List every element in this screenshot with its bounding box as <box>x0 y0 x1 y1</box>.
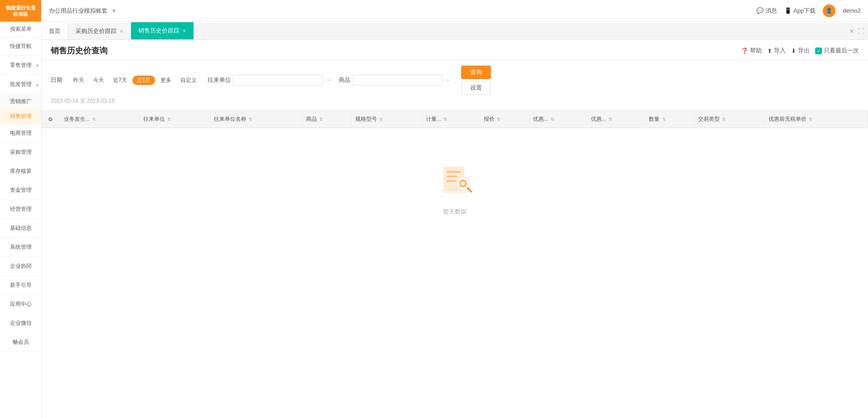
workspace-title: 办公用品行业模拟账套 <box>49 7 108 15</box>
tab-home[interactable]: 首页 <box>42 23 68 39</box>
app-download-btn[interactable]: 📱 App下载 <box>784 7 816 15</box>
sidebar-item-app-center[interactable]: 应用中心 <box>0 295 41 314</box>
tab-sales-history-close[interactable]: ✕ <box>182 28 186 34</box>
sidebar-ecommerce-label: 电商管理 <box>10 130 32 136</box>
sidebar-item-wholesale[interactable]: 批发管理 <box>0 75 41 94</box>
col-pretax-price-sort-icon: ⇅ <box>809 117 812 122</box>
col-quantity-sort-icon: ⇅ <box>662 117 666 122</box>
col-goods-label: 商品 <box>306 116 317 122</box>
date-btn-more[interactable]: 更多 <box>157 76 175 85</box>
sidebar-item-system[interactable]: 系统管理 <box>0 238 41 257</box>
date-btn-1month[interactable]: 近1月 <box>132 76 156 85</box>
sidebar-app-center-label: 应用中心 <box>10 301 32 307</box>
help-btn[interactable]: ❓ 帮助 <box>741 47 762 55</box>
table-col-goods[interactable]: 商品 ⇅ <box>302 111 351 128</box>
search-menu[interactable]: 搜索菜单 <box>0 22 41 37</box>
message-btn[interactable]: 💬 消息 <box>756 7 777 15</box>
help-label: 帮助 <box>750 47 762 55</box>
sidebar-item-basic[interactable]: 基础信息 <box>0 219 41 238</box>
sidebar-item-operations[interactable]: 经营管理 <box>0 200 41 219</box>
export-btn[interactable]: ⬇ 导出 <box>791 47 810 55</box>
tab-sales-history-label: 销售历史价跟踪 <box>138 27 179 35</box>
sidebar-wechat-label: 企业微信 <box>10 320 32 326</box>
col-unit-sort-icon: ⇅ <box>443 117 447 122</box>
partner-picker-btn[interactable]: ··· <box>325 76 331 84</box>
sidebar-finance-label: 资金管理 <box>10 187 32 193</box>
sidebar-item-wechat[interactable]: 企业微信 <box>0 314 41 333</box>
empty-icon <box>432 155 477 200</box>
only-last-checkbox[interactable]: ✓ <box>815 48 822 54</box>
tab-maximize-btn[interactable]: ⛶ <box>858 28 864 35</box>
table-col-spec[interactable]: 规格型号 ⇅ <box>351 111 422 128</box>
goods-input[interactable] <box>352 75 443 86</box>
sidebar-enterprise-label: 企业协同 <box>10 263 32 269</box>
help-icon: ❓ <box>741 48 748 54</box>
date-btn-yesterday[interactable]: 昨天 <box>70 76 88 85</box>
col-discount-amount-label: 优惠... <box>591 116 606 122</box>
svg-rect-3 <box>447 176 457 177</box>
sidebar-item-purchase[interactable]: 采购管理 <box>0 143 41 162</box>
filter-area: 日期 昨天 今天 近7天 近1月 更多 自定义 往来单位 ··· <box>42 60 868 111</box>
table-col-partner-code[interactable]: 往来单位 ⇅ <box>139 111 210 128</box>
partner-input[interactable] <box>233 75 323 86</box>
table-col-biz-date[interactable]: 业务发生... ⇅ <box>60 111 139 128</box>
topbar-left: 办公用品行业模拟账套 ▼ <box>49 7 117 15</box>
table-header-row: ⚙ 业务发生... ⇅ 往来单位 ⇅ 往来单位名称 ⇅ <box>42 111 868 128</box>
table-col-discount-rate[interactable]: 优惠... ⇅ <box>529 111 587 128</box>
sidebar-item-marketing[interactable]: 营销推广 <box>0 94 41 109</box>
date-btn-7days[interactable]: 近7天 <box>109 76 131 85</box>
workspace-dropdown-icon[interactable]: ▼ <box>111 8 117 14</box>
tab-close-all-btn[interactable]: ✕ <box>849 28 854 35</box>
sidebar-retail-label: 零售管理 <box>10 62 32 68</box>
sidebar-marketing-label: 营销推广 <box>10 98 32 104</box>
sidebar-item-member[interactable]: 畅会员 <box>0 333 41 352</box>
query-btn[interactable]: 查询 <box>461 66 491 79</box>
import-btn[interactable]: ⬆ 导入 <box>767 47 786 55</box>
sidebar: 畅捷通好生意 标准版 搜索菜单 快捷导航 零售管理 批发管理 营销推广 销售管理… <box>0 0 42 418</box>
table-settings-col[interactable]: ⚙ <box>42 111 60 128</box>
table-col-discount-amount[interactable]: 优惠... ⇅ <box>587 111 645 128</box>
tab-purchase-history[interactable]: 采购历史价跟踪 ✕ <box>68 23 131 39</box>
sidebar-item-ecommerce[interactable]: 电商管理 <box>0 124 41 143</box>
sidebar-item-inventory[interactable]: 库存核算 <box>0 162 41 181</box>
export-label: 导出 <box>798 47 810 55</box>
table-col-pretax-price[interactable]: 优惠前无税单价 ⇅ <box>764 111 868 128</box>
search-menu-label[interactable]: 搜索菜单 <box>3 25 38 33</box>
col-partner-code-sort-icon: ⇅ <box>167 117 171 122</box>
col-pretax-price-label: 优惠前无税单价 <box>769 116 807 122</box>
sidebar-operations-label: 经营管理 <box>10 206 32 212</box>
sidebar-item-retail[interactable]: 零售管理 <box>0 56 41 75</box>
username: demo2 <box>843 7 861 14</box>
date-label: 日期 <box>51 76 62 84</box>
user-avatar[interactable]: 👤 <box>823 5 835 17</box>
tab-sales-history[interactable]: 销售历史价跟踪 ✕ <box>131 22 194 39</box>
tabbar-spacer: ✕ ⛶ <box>194 23 868 39</box>
sidebar-member-label: 畅会员 <box>13 339 29 345</box>
table-col-partner-name[interactable]: 往来单位名称 ⇅ <box>210 111 302 128</box>
tab-purchase-history-close[interactable]: ✕ <box>119 28 123 34</box>
table-header: ⚙ 业务发生... ⇅ 往来单位 ⇅ 往来单位名称 ⇅ <box>42 111 868 128</box>
sidebar-item-newbie[interactable]: 新手引导 <box>0 276 41 295</box>
sidebar-item-quick-nav[interactable]: 快捷导航 <box>0 37 41 56</box>
date-btn-today[interactable]: 今天 <box>90 76 108 85</box>
import-icon: ⬆ <box>767 48 772 54</box>
sidebar-item-finance[interactable]: 资金管理 <box>0 181 41 200</box>
table-col-unit[interactable]: 计量... ⇅ <box>422 111 480 128</box>
date-range-text: 2023-02-18 至 2023-03-18 <box>51 97 491 105</box>
app-logo: 畅捷通好生意 标准版 <box>0 0 41 22</box>
table-col-trade-type[interactable]: 交易类型 ⇅ <box>694 111 764 128</box>
table-col-price[interactable]: 报价 ⇅ <box>480 111 529 128</box>
page-title: 销售历史价查询 <box>51 45 108 56</box>
sidebar-item-sales-mgmt[interactable]: 销售管理 <box>0 109 41 124</box>
message-icon: 💬 <box>756 7 764 14</box>
download-icon: 📱 <box>784 7 792 14</box>
sidebar-item-enterprise[interactable]: 企业协同 <box>0 257 41 276</box>
settings-btn[interactable]: 设置 <box>461 81 491 95</box>
date-btn-custom[interactable]: 自定义 <box>177 76 200 85</box>
col-discount-rate-sort-icon: ⇅ <box>551 117 554 122</box>
date-buttons: 昨天 今天 近7天 近1月 更多 自定义 <box>70 76 200 85</box>
table-col-quantity[interactable]: 数量 ⇅ <box>645 111 694 128</box>
sidebar-basic-label: 基础信息 <box>10 225 32 231</box>
filter-date-group: 日期 昨天 今天 近7天 近1月 更多 自定义 往来单位 ··· <box>51 66 491 105</box>
goods-picker-btn[interactable]: ··· <box>444 76 450 84</box>
